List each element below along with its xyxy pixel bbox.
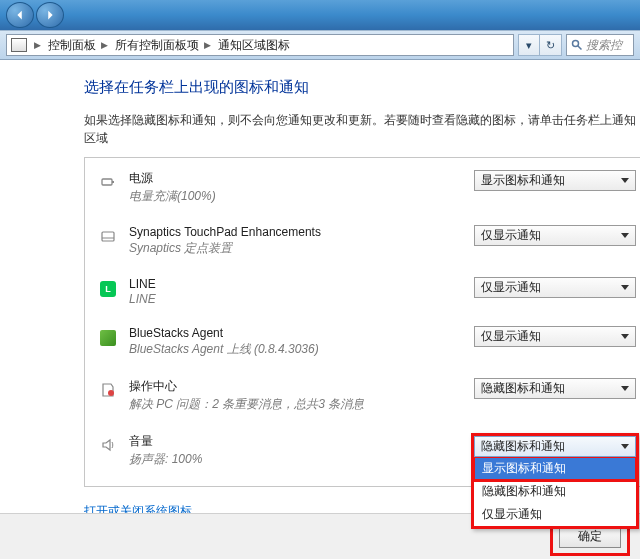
control-panel-icon: [11, 38, 27, 52]
behavior-select[interactable]: 隐藏图标和通知: [474, 378, 636, 399]
dropdown-option[interactable]: 仅显示通知: [474, 503, 636, 526]
search-icon: [571, 39, 583, 51]
page-description: 如果选择隐藏图标和通知，则不会向您通知更改和更新。若要随时查看隐藏的图标，请单击…: [84, 111, 640, 147]
dropdown-option[interactable]: 隐藏图标和通知: [474, 480, 636, 503]
table-row: BlueStacks Agent BlueStacks Agent 上线 (0.…: [97, 326, 640, 358]
row-title: Synaptics TouchPad Enhancements: [129, 225, 468, 239]
breadcrumb[interactable]: 通知区域图标: [218, 37, 290, 54]
table-row: Synaptics TouchPad Enhancements Synaptic…: [97, 225, 640, 257]
svg-rect-2: [102, 179, 112, 185]
svg-rect-3: [112, 181, 114, 183]
breadcrumb[interactable]: 控制面板▶: [48, 37, 111, 54]
table-row: 电源 电量充满(100%) 显示图标和通知: [97, 170, 640, 205]
chevron-right-icon: ▶: [34, 40, 41, 50]
line-icon: L: [97, 279, 119, 299]
behavior-select[interactable]: 显示图标和通知: [474, 170, 636, 191]
row-title: 操作中心: [129, 378, 468, 395]
volume-icon: [97, 435, 119, 455]
table-row: 音量 扬声器: 100% 隐藏图标和通知 显示图标和通知 隐藏图标和通知 仅显示…: [97, 433, 640, 468]
row-subtitle: 解决 PC 问题：2 条重要消息，总共3 条消息: [129, 396, 468, 413]
search-placeholder: 搜索控: [586, 37, 622, 54]
page-title: 选择在任务栏上出现的图标和通知: [84, 78, 640, 97]
row-title: BlueStacks Agent: [129, 326, 468, 340]
row-subtitle: LINE: [129, 292, 468, 306]
behavior-select-value[interactable]: 隐藏图标和通知: [474, 436, 636, 457]
icon-settings-panel: 电源 电量充满(100%) 显示图标和通知 Synaptics TouchPad…: [84, 157, 640, 487]
bluestacks-icon: [97, 328, 119, 348]
behavior-select-open[interactable]: 隐藏图标和通知 显示图标和通知 隐藏图标和通知 仅显示通知: [471, 433, 639, 529]
nav-forward-button[interactable]: [36, 2, 64, 28]
row-title: 电源: [129, 170, 468, 187]
power-icon: [97, 172, 119, 192]
svg-line-1: [578, 46, 582, 50]
svg-rect-4: [102, 232, 114, 241]
table-row: L LINE LINE 仅显示通知: [97, 277, 640, 306]
behavior-select[interactable]: 仅显示通知: [474, 277, 636, 298]
table-row: 操作中心 解决 PC 问题：2 条重要消息，总共3 条消息 隐藏图标和通知: [97, 378, 640, 413]
row-subtitle: Synaptics 定点装置: [129, 240, 468, 257]
svg-point-0: [573, 41, 579, 47]
search-input[interactable]: 搜索控: [566, 34, 634, 56]
row-subtitle: BlueStacks Agent 上线 (0.8.4.3036): [129, 341, 468, 358]
breadcrumb[interactable]: 所有控制面板项▶: [115, 37, 214, 54]
nav-back-button[interactable]: [6, 2, 34, 28]
dropdown-option[interactable]: 显示图标和通知: [474, 457, 636, 480]
row-subtitle: 电量充满(100%): [129, 188, 468, 205]
behavior-select[interactable]: 仅显示通知: [474, 225, 636, 246]
address-bar[interactable]: ▶ 控制面板▶ 所有控制面板项▶ 通知区域图标: [6, 34, 514, 56]
row-title: LINE: [129, 277, 468, 291]
refresh-button[interactable]: ↻: [540, 34, 562, 56]
row-subtitle: 扬声器: 100%: [129, 451, 468, 468]
svg-point-6: [108, 390, 114, 396]
action-center-icon: [97, 380, 119, 400]
row-title: 音量: [129, 433, 468, 450]
address-dropdown-button[interactable]: ▾: [518, 34, 540, 56]
touchpad-icon: [97, 227, 119, 247]
behavior-select[interactable]: 仅显示通知: [474, 326, 636, 347]
